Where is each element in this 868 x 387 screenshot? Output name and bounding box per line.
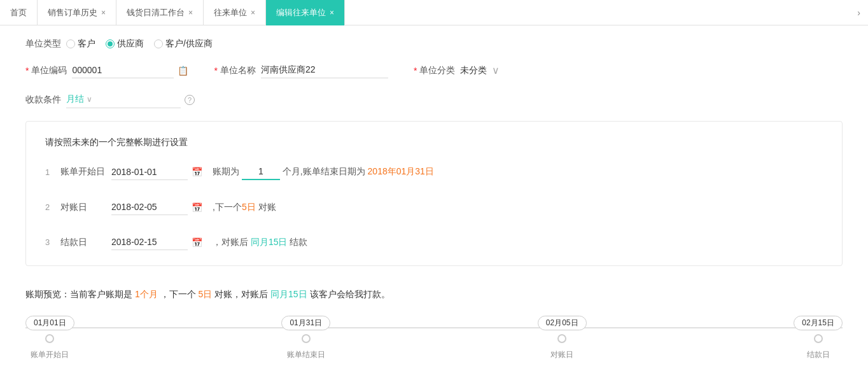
- tab-counterpart[interactable]: 往来单位 ×: [204, 0, 266, 25]
- tab-home-label: 首页: [10, 7, 27, 18]
- period-reconcile-highlight: 5日: [242, 202, 256, 212]
- timeline-label-1: 账单结束日: [287, 349, 325, 360]
- timeline-point-2: 02月05日 对账日: [538, 316, 587, 360]
- payment-terms-help-icon[interactable]: ?: [185, 95, 195, 105]
- timeline-label-0: 账单开始日: [31, 349, 69, 360]
- preview-sep2: 对账，对账后: [214, 289, 268, 299]
- timeline-dot-1: [302, 334, 311, 343]
- tab-sales-order-history[interactable]: 销售订单历史 ×: [38, 0, 116, 25]
- unit-code-input[interactable]: [72, 62, 174, 78]
- tab-counterpart-label: 往来单位: [214, 7, 247, 18]
- tab-counterpart-close-icon[interactable]: ×: [251, 8, 255, 17]
- tab-arrow-icon[interactable]: ›: [850, 8, 868, 18]
- radio-supplier-label: 供应商: [117, 38, 144, 50]
- tab-cash-label: 钱货日清工作台: [127, 7, 185, 18]
- period-date-3[interactable]: [111, 234, 188, 250]
- preview-sep3: 该客户会给我打款。: [310, 289, 390, 299]
- radio-customer-label: 客户: [78, 38, 95, 50]
- preview-section: 账期预览：当前客户账期是 1个月 ，下一个 5日 对账，对账后 同月15日 该客…: [25, 279, 843, 360]
- unit-type-row: 单位类型 客户 供应商 客户/供应商: [25, 38, 843, 50]
- tab-sales-close-icon[interactable]: ×: [101, 8, 106, 17]
- main-content: 单位类型 客户 供应商 客户/供应商 * 单位编码: [0, 25, 868, 387]
- preview-part3: 同月15日: [270, 289, 307, 299]
- payment-terms-row: 收款条件 月结 ∨ ?: [25, 91, 843, 108]
- payment-terms-value: 月结: [66, 94, 84, 105]
- preview-part1: 1个月: [135, 289, 158, 299]
- timeline-badge-1: 01月31日: [281, 316, 330, 330]
- period-calendar-3-icon[interactable]: 📅: [192, 237, 202, 248]
- period-desc-1-suffix: 个月,账单结束日期为: [283, 166, 365, 176]
- unit-type-radio-group: 客户 供应商 客户/供应商: [66, 38, 213, 50]
- timeline-point-0: 01月01日 账单开始日: [25, 316, 74, 360]
- period-label-3: 结款日: [60, 237, 111, 248]
- period-calendar-1-icon[interactable]: 📅: [192, 167, 202, 177]
- period-label-1: 账单开始日: [60, 166, 111, 178]
- radio-supplier-circle: [106, 39, 115, 48]
- period-desc-3-prefix: ，对账后: [213, 237, 251, 247]
- period-desc-2-prefix: ,下一个: [213, 202, 242, 212]
- period-row-3: 3 结款日 📅 ，对账后 同月15日 结款: [45, 234, 823, 250]
- tab-edit-counterpart[interactable]: 编辑往来单位 ×: [266, 0, 345, 25]
- period-title: 请按照未来的一个完整帐期进行设置: [45, 137, 823, 148]
- period-num-2: 2: [45, 202, 60, 212]
- period-num-3: 3: [45, 237, 60, 247]
- tab-edit-close-icon[interactable]: ×: [330, 8, 334, 17]
- period-row-1: 1 账单开始日 📅 账期为 个月,账单结束日期为 2018年01月31日: [45, 164, 823, 180]
- period-desc-3: ，对账后 同月15日 结款: [213, 237, 307, 248]
- period-calendar-2-icon[interactable]: 📅: [192, 202, 202, 213]
- unit-category-label: 单位分类: [419, 65, 455, 76]
- tab-bar: 首页 销售订单历史 × 钱货日清工作台 × 往来单位 × 编辑往来单位 × ›: [0, 0, 868, 25]
- tab-cash-close-icon[interactable]: ×: [188, 8, 193, 17]
- timeline-badge-3: 02月15日: [794, 316, 843, 330]
- timeline-dot-0: [45, 334, 54, 343]
- period-desc-2: ,下一个5日 对账: [213, 202, 276, 213]
- payment-terms-arrow-icon: ∨: [87, 95, 92, 104]
- period-desc-1-prefix: 账期为: [213, 166, 239, 176]
- unit-info-row: * 单位编码 📋 * 单位名称 * 单位分类 未分类 ∨: [25, 62, 843, 78]
- timeline-badge-2: 02月05日: [538, 316, 587, 330]
- period-row-2: 2 对账日 📅 ,下一个5日 对账: [45, 199, 823, 215]
- unit-category-select[interactable]: 未分类 ∨: [460, 64, 500, 76]
- period-payment-highlight: 同月15日: [251, 237, 288, 247]
- radio-both[interactable]: 客户/供应商: [154, 38, 213, 50]
- period-date-1[interactable]: [111, 164, 188, 180]
- tab-edit-label: 编辑往来单位: [276, 7, 326, 18]
- radio-customer[interactable]: 客户: [66, 38, 95, 50]
- radio-both-label: 客户/供应商: [165, 38, 213, 50]
- timeline-dot-2: [557, 334, 566, 343]
- tab-cash-work[interactable]: 钱货日清工作台 ×: [116, 0, 204, 25]
- radio-both-circle: [154, 39, 163, 48]
- unit-category-star: *: [414, 66, 417, 76]
- unit-category-value: 未分类: [460, 65, 487, 76]
- unit-name-star: *: [214, 66, 217, 76]
- timeline-points: 01月01日 账单开始日 01月31日 账单结束日 02月05日 对账日 02月…: [25, 316, 843, 360]
- timeline: 01月01日 账单开始日 01月31日 账单结束日 02月05日 对账日 02月…: [25, 316, 843, 360]
- radio-customer-circle: [66, 39, 75, 48]
- tab-home[interactable]: 首页: [0, 0, 38, 25]
- radio-supplier[interactable]: 供应商: [106, 38, 144, 50]
- unit-name-input[interactable]: [261, 62, 388, 78]
- payment-terms-label: 收款条件: [25, 94, 61, 106]
- unit-category-field: * 单位分类 未分类 ∨: [414, 64, 500, 76]
- period-box: 请按照未来的一个完整帐期进行设置 1 账单开始日 📅 账期为 个月,账单结束日期…: [25, 121, 843, 266]
- unit-code-label: 单位编码: [31, 65, 67, 76]
- preview-part2: 5日: [198, 289, 212, 299]
- payment-terms-select[interactable]: 月结 ∨: [66, 91, 181, 108]
- unit-code-field: * 单位编码 📋: [25, 62, 188, 78]
- timeline-label-2: 对账日: [550, 349, 573, 360]
- unit-type-field: 单位类型 客户 供应商 客户/供应商: [25, 38, 213, 50]
- unit-name-field: * 单位名称: [214, 62, 388, 78]
- preview-label: 账期预览：当前客户账期是: [25, 289, 132, 299]
- period-desc-3-suffix: 结款: [287, 237, 307, 247]
- period-months-input[interactable]: [242, 164, 280, 180]
- period-label-2: 对账日: [60, 202, 111, 213]
- unit-code-copy-icon[interactable]: 📋: [178, 66, 188, 76]
- unit-type-label: 单位类型: [25, 38, 61, 50]
- period-date-2[interactable]: [111, 199, 188, 215]
- period-desc-2-suffix: 对账: [256, 202, 276, 212]
- timeline-dot-3: [814, 334, 823, 343]
- period-desc-1: 账期为 个月,账单结束日期为 2018年01月31日: [213, 164, 434, 180]
- payment-terms-field: 收款条件 月结 ∨ ?: [25, 91, 195, 108]
- period-end-date-highlight: 2018年01月31日: [368, 166, 434, 176]
- timeline-label-3: 结款日: [807, 349, 830, 360]
